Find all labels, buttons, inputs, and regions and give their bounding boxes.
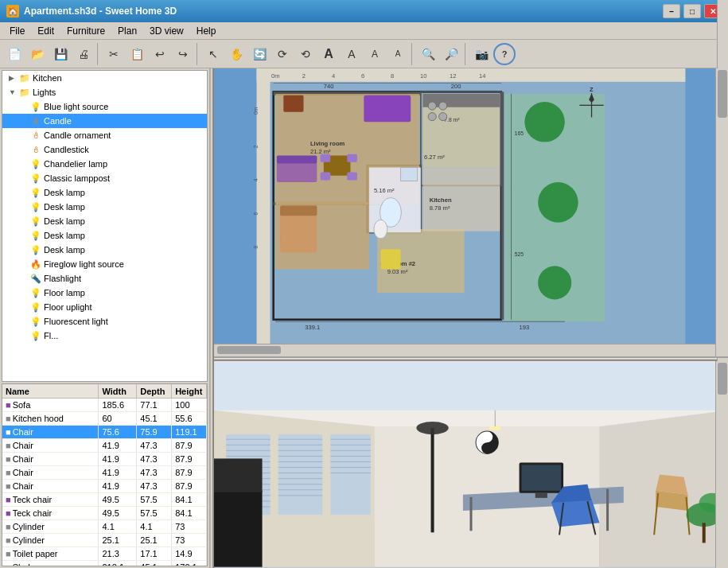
tree-item-lights[interactable]: ▼ 📁 Lights — [2, 85, 207, 99]
list-row-sofa[interactable]: ■Sofa 185.6 77.1 100 — [2, 399, 207, 412]
list-row-cylinder-1[interactable]: ■Cylinder 4.1 4.1 73 — [2, 520, 207, 534]
floorplan-hscroll[interactable] — [214, 344, 715, 356]
toolbar-redo[interactable]: ↪ — [172, 43, 194, 65]
list-row-chair-selected[interactable]: ■Chair 75.6 75.9 119.1 — [2, 426, 207, 439]
svg-rect-120 — [431, 428, 434, 532]
title-bar: 🏠 Apartment.sh3d - Sweet Home 3D – □ ✕ — [0, 0, 728, 22]
toolbar-zoom-out[interactable]: 🔎 — [440, 43, 462, 65]
expand-lights[interactable]: ▼ — [9, 88, 18, 96]
minimize-button[interactable]: – — [663, 4, 680, 18]
menu-3dview[interactable]: 3D view — [143, 24, 190, 38]
list-row-chair-4[interactable]: ■Chair 41.9 47.3 87.9 — [2, 466, 207, 480]
fireglow-icon: 🔥 — [29, 258, 42, 270]
list-row-chair-3[interactable]: ■Chair 41.9 47.3 87.9 — [2, 453, 207, 466]
tree-item-desk-lamp-4[interactable]: 💡 Desk lamp — [2, 228, 207, 243]
list-row-shelves[interactable]: ■Shelves 218.1 45.1 172.1 — [2, 561, 207, 566]
expand-classic-lamppost — [20, 174, 29, 182]
menu-file[interactable]: File — [3, 24, 31, 38]
tree-item-desk-lamp-5[interactable]: 💡 Desk lamp — [2, 243, 207, 257]
svg-point-65 — [428, 113, 436, 121]
list-row-cylinder-2[interactable]: ■Cylinder 25.1 25.1 73 — [2, 534, 207, 547]
tree-item-fluorescent[interactable]: 💡 Fluorescent light — [2, 314, 207, 329]
tree-item-desk-lamp-3[interactable]: 💡 Desk lamp — [2, 214, 207, 228]
svg-text:2: 2 — [253, 145, 259, 148]
tree-item-candle-ornament[interactable]: 🕯 Candle ornament — [2, 128, 207, 142]
floorplan-vscroll[interactable] — [715, 68, 728, 356]
svg-text:5.16 m²: 5.16 m² — [374, 187, 395, 194]
col-header-height[interactable]: Height — [172, 384, 207, 398]
chandelier-icon: 💡 — [29, 158, 42, 170]
furniture-tree: ▶ 📁 Kitchen ▼ 📁 Lights 💡 Blue light sour… — [2, 70, 208, 382]
toolbar-text-a3[interactable]: A — [364, 43, 386, 65]
floor-uplight-icon: 💡 — [29, 301, 42, 313]
tree-item-flashlight[interactable]: 🔦 Flashlight — [2, 271, 207, 286]
toolbar-camera[interactable]: 📷 — [470, 43, 492, 65]
menu-plan[interactable]: Plan — [111, 24, 143, 38]
svg-text:21.2 m²: 21.2 m² — [310, 148, 331, 155]
menu-edit[interactable]: Edit — [31, 24, 60, 38]
tree-item-desk-lamp-1[interactable]: 💡 Desk lamp — [2, 185, 207, 200]
toolbar-zoom-in[interactable]: 🔍 — [417, 43, 439, 65]
tree-scroll[interactable]: ▶ 📁 Kitchen ▼ 📁 Lights 💡 Blue light sour… — [2, 71, 207, 367]
view3d-vscroll[interactable] — [715, 361, 728, 568]
tree-item-classic-lamppost[interactable]: 💡 Classic lamppost — [2, 171, 207, 185]
toolbar-print[interactable]: 🖨 — [72, 43, 95, 65]
toolbar-hand[interactable]: ✋ — [225, 43, 247, 65]
svg-text:10: 10 — [420, 72, 426, 80]
svg-text:165: 165 — [515, 130, 524, 136]
tree-label-candlestick: Candlestick — [44, 145, 89, 154]
tree-item-candlestick[interactable]: 🕯 Candlestick — [2, 142, 207, 157]
col-header-depth[interactable]: Depth — [137, 384, 172, 398]
toolbar-cut[interactable]: ✂ — [103, 43, 125, 65]
tree-item-candle[interactable]: 🕯 Candle — [2, 114, 207, 128]
view-3d[interactable] — [214, 361, 728, 568]
maximize-button[interactable]: □ — [683, 4, 701, 18]
list-row-teck-chair-2[interactable]: ■Teck chair 49.5 57.5 84.1 — [2, 507, 207, 520]
svg-rect-1 — [257, 68, 686, 82]
tree-item-chandelier[interactable]: 💡 Chandelier lamp — [2, 157, 207, 171]
tree-item-fireglow[interactable]: 🔥 Fireglow light source — [2, 257, 207, 271]
tree-item-blue-light[interactable]: 💡 Blue light source — [2, 99, 207, 114]
window-controls: – □ ✕ — [663, 4, 722, 18]
list-row-chair-5[interactable]: ■Chair 41.9 47.3 87.9 — [2, 480, 207, 493]
toolbar-copy[interactable]: 📋 — [126, 43, 148, 65]
tree-label-candle: Candle — [44, 116, 72, 126]
expand-blue-light — [20, 103, 29, 111]
toolbar-undo[interactable]: ↩ — [149, 43, 171, 65]
toolbar-rotate[interactable]: 🔄 — [248, 43, 271, 65]
tree-item-desk-lamp-2[interactable]: 💡 Desk lamp — [2, 200, 207, 214]
tree-item-fl2[interactable]: 💡 Fl... — [2, 329, 207, 343]
toolbar-open[interactable]: 📂 — [26, 43, 49, 65]
svg-point-74 — [538, 182, 578, 223]
expand-kitchen[interactable]: ▶ — [9, 74, 18, 82]
col-header-width[interactable]: Width — [99, 384, 137, 398]
svg-point-63 — [428, 102, 436, 110]
tree-item-floor-lamp[interactable]: 💡 Floor lamp — [2, 286, 207, 300]
list-row-toilet-paper[interactable]: ■Toilet paper 21.3 17.1 14.9 — [2, 547, 207, 561]
svg-rect-72 — [380, 249, 400, 269]
tree-item-floor-uplight[interactable]: 💡 Floor uplight — [2, 300, 207, 314]
menu-help[interactable]: Help — [190, 24, 223, 38]
menu-furniture[interactable]: Furniture — [60, 24, 111, 38]
toolbar-save[interactable]: 💾 — [49, 43, 72, 65]
svg-text:4: 4 — [332, 72, 335, 80]
toolbar-text-a4[interactable]: A — [387, 43, 409, 65]
toolbar-select[interactable]: ↖ — [202, 43, 224, 65]
list-row-teck-chair-1[interactable]: ■Teck chair 49.5 57.5 84.1 — [2, 493, 207, 507]
list-row-kitchen-hood[interactable]: ■Kitchen hood 60 45.1 55.6 — [2, 412, 207, 426]
svg-point-134 — [485, 445, 489, 450]
toolbar-help[interactable]: ? — [493, 43, 516, 65]
toolbar-rotate3[interactable]: ⟲ — [294, 43, 317, 65]
toolbar-new[interactable]: 📄 — [3, 43, 25, 65]
col-header-name[interactable]: Name — [2, 384, 99, 398]
list-row-chair-2[interactable]: ■Chair 41.9 47.3 87.9 — [2, 439, 207, 453]
toolbar-text-a1[interactable]: A — [317, 43, 340, 65]
floor-plan-area[interactable]: 0m 2 4 6 8 10 12 14 0m 2 4 6 8 740 200 — [214, 68, 728, 358]
svg-text:6.27 m²: 6.27 m² — [424, 154, 445, 161]
tree-item-kitchen[interactable]: ▶ 📁 Kitchen — [2, 71, 207, 85]
list-header: Name Width Depth Height — [2, 384, 207, 399]
toolbar-text-a2[interactable]: A — [341, 43, 363, 65]
desk-lamp-2-icon: 💡 — [29, 200, 42, 213]
toolbar-rotate2[interactable]: ⟳ — [271, 43, 294, 65]
svg-rect-61 — [283, 95, 303, 112]
